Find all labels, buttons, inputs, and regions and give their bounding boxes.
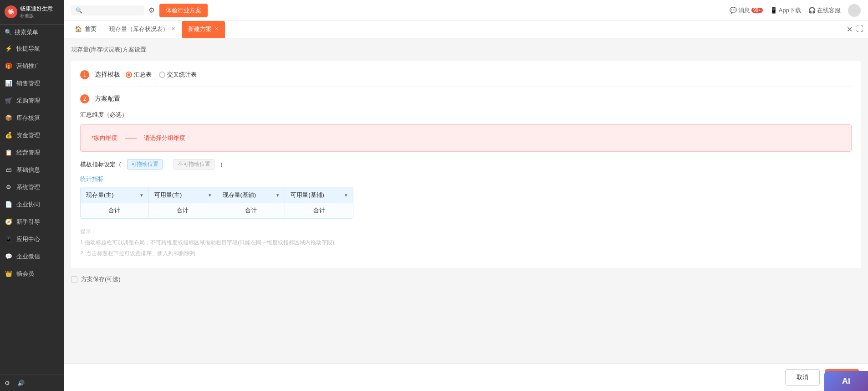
radio-dot-cross <box>159 72 165 78</box>
stats-col-1-header[interactable]: 现存量(主) ▾ <box>81 187 149 203</box>
tab-new-plan-close[interactable]: ✕ <box>214 26 219 32</box>
tab-inventory-close[interactable]: ✕ <box>171 26 175 32</box>
inventory-icon: 📦 <box>5 114 13 122</box>
dimension-dash: —— <box>125 135 137 142</box>
topbar-right: 💬 消息 99+ 📱 App下载 🎧 在线客服 <box>730 4 861 17</box>
wechat-icon: 💬 <box>5 252 13 261</box>
bottom-bar: 取消 查询 <box>64 363 868 391</box>
search-box-icon: 🔍 <box>76 7 82 14</box>
tab-new-plan[interactable]: 新建方案 ✕ <box>182 21 225 38</box>
sidebar-item-member[interactable]: 👑 畅会员 <box>0 265 64 283</box>
user-avatar[interactable] <box>848 4 861 17</box>
close-panel-button[interactable]: ✕ <box>847 25 853 34</box>
step-divider <box>80 87 852 87</box>
basic-icon: 🗃 <box>5 166 13 174</box>
search-menu-item[interactable]: 🔍 搜索菜单 <box>0 25 64 40</box>
tip-1: 1.拖动标题栏可以调整布局，不可跨维度或指标区域拖动栏目字段(只能在同一维度或指… <box>80 237 852 248</box>
sidebar-item-wechat[interactable]: 💬 企业微信 <box>0 248 64 265</box>
chevron-down-icon-1: ▾ <box>140 192 143 198</box>
step2-badge: 2 <box>80 94 89 103</box>
chevron-down-icon-3: ▾ <box>276 192 279 198</box>
stats-col-3-header[interactable]: 现存量(基辅) ▾ <box>217 187 286 203</box>
indicator-setting-prefix: 模板指标设定（ <box>80 160 122 169</box>
stats-table-header: 现存量(主) ▾ 可用量(主) ▾ 现存量(基辅) ▾ 可用量(基辅) ▾ <box>81 187 353 203</box>
sidebar-bottom: ⚙ 🔊 <box>0 375 64 391</box>
stats-body-col-1: 合计 <box>81 203 149 218</box>
step1-badge: 1 <box>80 70 89 79</box>
sidebar-item-enterprise[interactable]: 📄 企业协同 <box>0 196 64 213</box>
sales-icon: 📊 <box>5 79 13 87</box>
sidebar-item-purchase[interactable]: 🛒 采购管理 <box>0 92 64 109</box>
operations-icon: 📋 <box>5 149 13 157</box>
stats-section-label: 统计指标 <box>80 175 852 183</box>
step2-label: 方案配置 <box>95 95 120 103</box>
sidebar-item-finance[interactable]: 💰 资金管理 <box>0 127 64 144</box>
app-download-badge[interactable]: 📱 App下载 <box>770 6 801 15</box>
purchase-icon: 🛒 <box>5 97 13 105</box>
sound-bottom-btn[interactable]: 🔊 <box>17 380 25 386</box>
sidebar-logo: 畅 畅康通好生意 标准版 <box>0 0 64 25</box>
save-checkbox[interactable] <box>71 276 77 283</box>
radio-summary[interactable]: 汇总表 <box>126 71 152 79</box>
expand-panel-button[interactable]: ⛶ <box>856 25 863 34</box>
sidebar-item-sales[interactable]: 📊 销售管理 <box>0 75 64 92</box>
trial-industry-button[interactable]: 体验行业方案 <box>159 4 208 17</box>
online-service-badge[interactable]: 🎧 在线客服 <box>808 6 841 15</box>
step1-row: 1 选择模板 汇总表 交叉统计表 <box>80 70 852 79</box>
finance-icon: 💰 <box>5 131 13 139</box>
sidebar-item-marketing[interactable]: 🎁 营销推广 <box>0 57 64 75</box>
dimension-box[interactable]: *纵向维度 —— 请选择分组维度 <box>80 124 852 152</box>
apps-icon: 📱 <box>5 235 13 243</box>
search-box[interactable]: 🔍 <box>71 5 144 15</box>
step1-label: 选择模板 <box>95 71 120 79</box>
stats-body-col-2: 合计 <box>149 203 217 218</box>
stats-body-col-3: 合计 <box>217 203 286 218</box>
sidebar-item-basic[interactable]: 🗃 基础信息 <box>0 161 64 179</box>
ai-float-button[interactable]: Ai <box>824 371 868 391</box>
app-icon: 📱 <box>770 7 777 14</box>
topbar: 🔍 ⚙ 体验行业方案 💬 消息 99+ 📱 App下载 🎧 在线客服 <box>64 0 868 21</box>
sidebar-item-system[interactable]: ⚙ 系统管理 <box>0 179 64 196</box>
template-radio-group: 汇总表 交叉统计表 <box>126 71 197 79</box>
guide-icon: 🧭 <box>5 218 13 226</box>
tab-home[interactable]: 🏠 首页 <box>68 21 103 38</box>
step2-row: 2 方案配置 <box>80 94 852 103</box>
radio-dot-summary <box>126 72 132 78</box>
tips-section: 提示： 1.拖动标题栏可以调整布局，不可跨维度或指标区域拖动栏目字段(只能在同一… <box>80 226 852 259</box>
messages-badge[interactable]: 💬 消息 99+ <box>730 6 763 15</box>
page-title: 现存量(库存状况表)方案设置 <box>71 46 861 54</box>
enterprise-icon: 📄 <box>5 201 13 209</box>
sidebar-nav: ⚡ 快捷导航 🎁 营销推广 📊 销售管理 🛒 采购管理 📦 库存核算 💰 资金管… <box>0 40 64 375</box>
stats-col-4-header[interactable]: 可用量(基辅) ▾ <box>285 187 353 203</box>
tab-inventory[interactable]: 现存量（库存状况表） ✕ <box>103 21 182 38</box>
tabs-bar: 🏠 首页 现存量（库存状况表） ✕ 新建方案 ✕ ✕ ⛶ <box>64 21 868 38</box>
sidebar: 畅 畅康通好生意 标准版 🔍 搜索菜单 ⚡ 快捷导航 🎁 营销推广 📊 销售管理… <box>0 0 64 391</box>
stats-col-2-header[interactable]: 可用量(主) ▾ <box>149 187 217 203</box>
content-area: 现存量(库存状况表)方案设置 1 选择模板 汇总表 交叉统计表 <box>64 38 868 363</box>
tip-2: 2. 点击标题栏下拉可设置排序、插入列和删除列 <box>80 248 852 259</box>
nav-icon: ⚡ <box>5 45 13 53</box>
cancel-button[interactable]: 取消 <box>785 369 820 386</box>
indicator-setting-suffix: ） <box>220 160 226 169</box>
stats-table-body: 合计 合计 合计 合计 <box>81 203 353 218</box>
main-area: 🔍 ⚙ 体验行业方案 💬 消息 99+ 📱 App下载 🎧 在线客服 🏠 <box>64 0 868 391</box>
system-icon: ⚙ <box>5 183 13 191</box>
tag-draggable: 可拖动位置 <box>127 159 163 170</box>
headset-icon: 🎧 <box>808 7 816 14</box>
tips-title: 提示： <box>80 228 97 235</box>
sidebar-item-guide[interactable]: 🧭 新手引导 <box>0 213 64 231</box>
summary-dimension-label: 汇总维度（必选） <box>80 111 852 119</box>
save-label: 方案保存(可选) <box>81 275 121 283</box>
gear-button[interactable]: ⚙ <box>148 6 155 15</box>
chevron-down-icon-2: ▾ <box>209 192 211 198</box>
settings-card: 1 选择模板 汇总表 交叉统计表 2 方案配置 <box>71 61 861 268</box>
settings-bottom-btn[interactable]: ⚙ <box>5 380 10 386</box>
sidebar-item-nav[interactable]: ⚡ 快捷导航 <box>0 40 64 57</box>
vertical-dimension-label: *纵向维度 <box>92 134 117 142</box>
indicator-setting-row: 模板指标设定（ 可拖动位置 不可拖动位置 ） <box>80 159 852 170</box>
sidebar-item-inventory[interactable]: 📦 库存核算 <box>0 109 64 127</box>
sidebar-item-apps[interactable]: 📱 应用中心 <box>0 231 64 248</box>
radio-cross[interactable]: 交叉统计表 <box>159 71 197 79</box>
sidebar-item-operations[interactable]: 📋 经营管理 <box>0 144 64 161</box>
home-icon: 🏠 <box>75 26 82 32</box>
